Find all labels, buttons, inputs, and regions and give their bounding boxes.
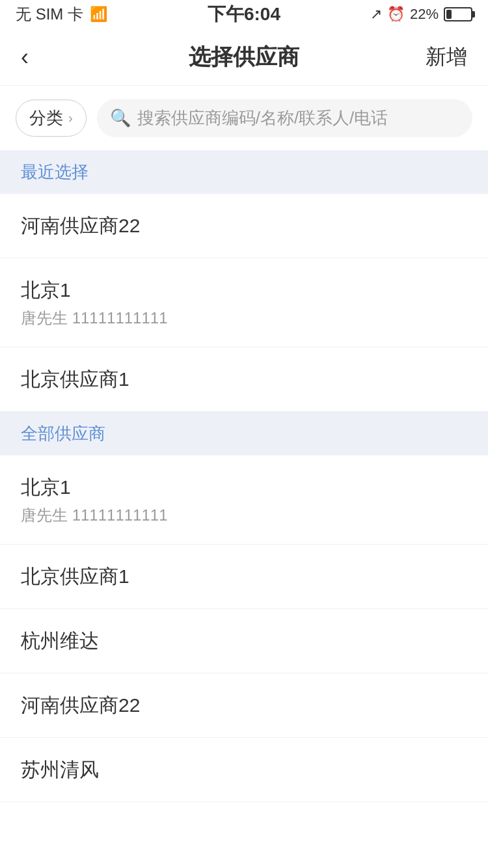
search-box[interactable]: 🔍 搜索供应商编码/名称/联系人/电话 xyxy=(97,99,472,137)
recent-list-item[interactable]: 北京1唐先生 11111111111 xyxy=(0,258,488,347)
battery-fill xyxy=(446,10,452,19)
page-title: 选择供应商 xyxy=(189,42,299,72)
item-name: 杭州维达 xyxy=(21,627,467,655)
item-name: 北京供应商1 xyxy=(21,366,467,393)
item-name: 河南供应商22 xyxy=(21,212,467,239)
item-name: 北京1 xyxy=(21,474,467,501)
recent-section-header: 最近选择 xyxy=(0,150,488,194)
item-contact: 唐先生 11111111111 xyxy=(21,505,467,526)
all-list-item[interactable]: 苏州清风 xyxy=(0,738,488,802)
item-contact: 唐先生 11111111111 xyxy=(21,308,467,329)
status-time: 下午6:04 xyxy=(208,2,280,27)
all-items-list: 北京1唐先生 11111111111北京供应商1杭州维达河南供应商22苏州清风 xyxy=(0,455,488,802)
alarm-icon: ⏰ xyxy=(387,6,405,23)
location-icon: ↗ xyxy=(370,6,382,23)
all-section-label: 全部供应商 xyxy=(21,424,105,443)
item-name: 北京1 xyxy=(21,277,467,304)
battery-percent: 22% xyxy=(410,6,439,23)
search-placeholder: 搜索供应商编码/名称/联系人/电话 xyxy=(137,107,388,129)
all-list-item[interactable]: 杭州维达 xyxy=(0,609,488,673)
status-bar: 无 SIM 卡 📶 下午6:04 ↗ ⏰ 22% xyxy=(0,0,488,29)
back-button[interactable]: ‹ xyxy=(21,37,35,77)
wifi-icon: 📶 xyxy=(90,6,107,23)
all-list-item[interactable]: 北京1唐先生 11111111111 xyxy=(0,455,488,545)
recent-section-label: 最近选择 xyxy=(21,162,88,182)
status-left: 无 SIM 卡 📶 xyxy=(16,4,107,25)
filter-bar: 分类 › 🔍 搜索供应商编码/名称/联系人/电话 xyxy=(0,86,488,150)
category-label: 分类 xyxy=(29,107,63,129)
search-icon: 🔍 xyxy=(110,108,131,128)
item-name: 苏州清风 xyxy=(21,756,467,783)
no-sim-label: 无 SIM 卡 xyxy=(16,4,83,25)
nav-bar: ‹ 选择供应商 新增 xyxy=(0,29,488,86)
all-list-item[interactable]: 北京供应商1 xyxy=(0,545,488,609)
battery-bar xyxy=(444,7,472,21)
recent-items-list: 河南供应商22北京1唐先生 11111111111北京供应商1 xyxy=(0,194,488,412)
status-right: ↗ ⏰ 22% xyxy=(370,6,472,23)
add-button[interactable]: 新增 xyxy=(426,43,467,72)
recent-list-item[interactable]: 北京供应商1 xyxy=(0,347,488,412)
all-list-item[interactable]: 河南供应商22 xyxy=(0,673,488,738)
recent-list-item[interactable]: 河南供应商22 xyxy=(0,194,488,258)
all-section-header: 全部供应商 xyxy=(0,412,488,455)
item-name: 河南供应商22 xyxy=(21,692,467,719)
chevron-right-icon: › xyxy=(68,111,73,126)
category-filter[interactable]: 分类 › xyxy=(16,100,87,137)
item-name: 北京供应商1 xyxy=(21,563,467,590)
